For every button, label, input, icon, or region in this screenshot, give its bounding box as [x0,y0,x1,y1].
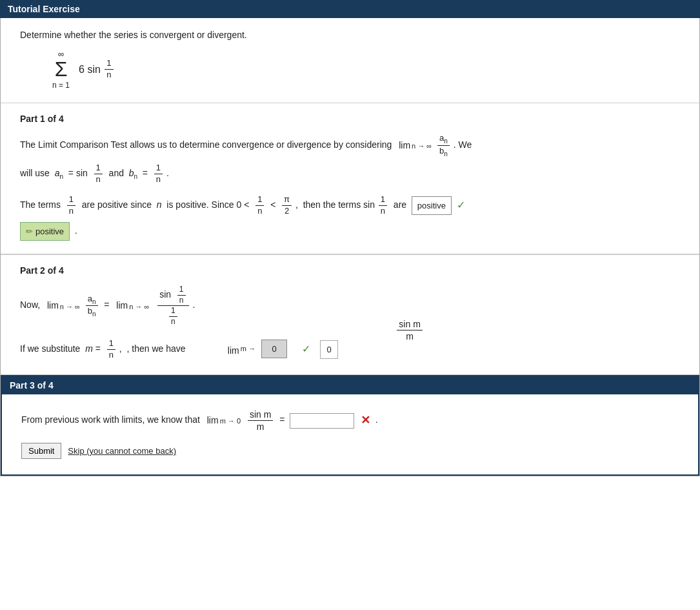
part1-lim-expr: lim n → ∞ [399,137,432,154]
header-title: Tutorial Exercise [8,4,80,14]
part3-line1: From previous work with limits, we know … [21,409,679,432]
part1-line2: will use an = sin 1 n and bn = 1 n . [20,163,680,185]
part2-line1: Now, lim n → ∞ an bn = lim n → ∞ sin 1 n [20,285,680,327]
series-display: ∞ Σ n = 1 6 sin 1 n [52,49,680,90]
part1-line1: The Limit Comparison Test allows us to d… [20,133,680,158]
part2-m-frac: 1 n [107,338,115,361]
part1-line3: The terms 1 n are positive since n is po… [20,194,680,217]
sigma-block: ∞ Σ n = 1 [52,49,70,90]
part1-an-bn-frac: an bn [437,133,450,158]
tutorial-header: Tutorial Exercise [0,0,700,18]
part2-big-frac: sin 1 n 1 n [157,285,188,327]
part3-section: Part 3 of 4 From previous work with limi… [1,375,699,476]
problem-section: Determine whether the series is converge… [1,18,699,103]
part3-sin-m-frac: sin m m [248,409,273,432]
part1-bn-frac: 1 n [154,163,163,185]
part1-answer-box: positive [412,196,452,215]
sigma-symbol: Σ [55,59,68,79]
part1-answer-badge: ✏positive [20,222,70,241]
part2-line2: If we substitute m = 1 n , , then we hav… [20,338,680,361]
part2-lim1: lim n → ∞ [47,298,80,314]
part3-buttons: Submit Skip (you cannot come back) [21,443,679,459]
part1-frac2: 1 n [379,194,387,217]
part2-header: Part 2 of 4 [20,265,680,276]
part1-frac1: 1 n [255,194,264,217]
part2-lim-val-box: 0 [261,340,287,358]
part2-check-icon: ✓ [302,343,310,354]
pencil-icon: ✏ [26,227,33,236]
part1-badge-line: ✏positive . [20,222,680,241]
part1-an-frac: 1 n [94,163,103,185]
term-fraction: 1 n [105,58,113,81]
part3-x-icon: ✕ [361,414,370,427]
part1-one-over-n: 1 n [67,194,75,217]
part2-section: Part 2 of 4 Now, lim n → ∞ an bn = lim n… [1,255,699,375]
sigma-subscript: n = 1 [52,81,70,90]
part2-lim2: lim n → ∞ [116,298,149,314]
part2-lim3: lim m → 0 [228,340,287,359]
part1-check-icon: ✓ [457,199,465,210]
skip-button[interactable]: Skip (you cannot come back) [68,446,176,456]
part1-pi-frac: π 2 [282,194,292,217]
part1-section: Part 1 of 4 The Limit Comparison Test al… [1,103,699,254]
problem-statement: Determine whether the series is converge… [20,30,680,40]
submit-button[interactable]: Submit [21,443,61,459]
part1-header: Part 1 of 4 [20,114,680,124]
part3-header: Part 3 of 4 [2,376,698,394]
part3-inner: From previous work with limits, we know … [2,394,698,475]
part3-answer-input[interactable] [290,413,354,429]
part2-answer-badge: 0 [320,340,338,359]
part2-an-bn-frac: an bn [86,294,98,318]
part3-lim: lim m → 0 [207,412,241,429]
series-term: 6 sin [79,64,103,76]
part2-sin-m-frac: sin m m [397,318,422,342]
